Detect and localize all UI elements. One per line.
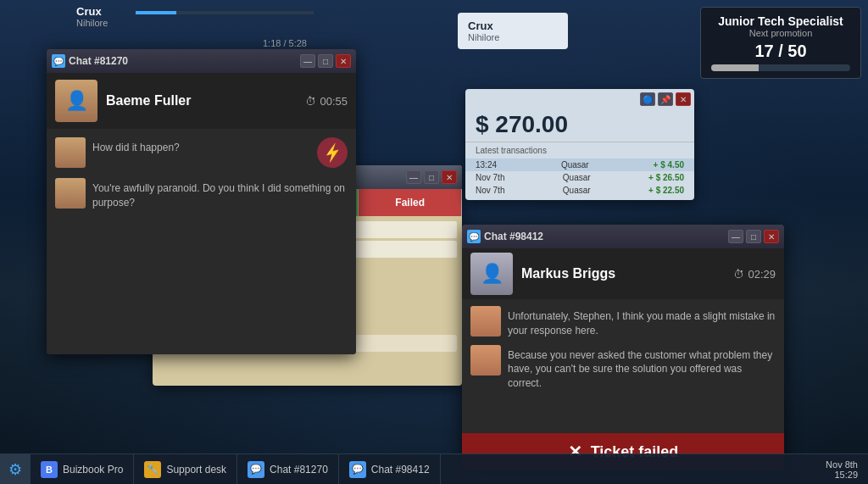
chat-98412-avatar: 👤 [470, 253, 513, 295]
chat-98412-msg-1-text: Unfortunately, Stephen, I think you made… [508, 306, 776, 338]
taskbar-clock: Nov 8th 15:29 [815, 456, 868, 483]
money-amount: $ 270.00 [465, 108, 694, 142]
chat-81270-timer: ⏱ 00:55 [305, 95, 348, 108]
chat-message-row-1: How did it happen? ⚡ [55, 137, 348, 168]
taskbar-buizbook-label: Buizbook Pro [63, 464, 123, 476]
money-row-2-amount: + $ 26.50 [648, 173, 684, 182]
tab-failed[interactable]: Failed [359, 189, 462, 216]
money-minimize-button[interactable]: 🔵 [640, 92, 655, 106]
score-progress-bar [711, 64, 850, 71]
chat-msg-avatar-2 [55, 178, 86, 209]
money-row-3-name: Quasar [563, 186, 591, 195]
money-row-3-time: Nov 7th [476, 186, 504, 195]
chat-81270-header: 👤 Baeme Fuller ⏱ 00:55 [47, 73, 356, 129]
taskbar-chat98412[interactable]: 💬 Chat #98412 [339, 454, 441, 485]
chat-98412-timer: ⏱ 02:29 [733, 268, 776, 281]
media-subtitle: Nihilore [76, 18, 305, 28]
score-number: 17 / 50 [711, 42, 850, 61]
chat-98412-msg-1-avatar [470, 306, 501, 337]
tab-failed-label: Failed [395, 197, 425, 209]
ticket-close[interactable]: ✕ [442, 170, 457, 184]
chat-81270-avatar: 👤 [55, 80, 97, 122]
chat-msg-avatar-1 [55, 137, 86, 168]
score-progress-fill [711, 64, 759, 71]
taskbar: ⚙ B Buizbook Pro 🔧 Support desk 💬 Chat #… [0, 453, 868, 484]
timer-icon-2: ⏱ [733, 268, 744, 281]
chat-81270-username: Baeme Fuller [106, 93, 297, 108]
ticket-controls: — □ ✕ [406, 170, 457, 184]
chat-98412-controls: — □ ✕ [728, 230, 779, 243]
chat-message-row-2: You're awfully paranoid. Do you think I … [55, 178, 348, 210]
chat-98412-msg-2-text: Because you never asked the customer wha… [508, 345, 776, 391]
chat-81270-maximize[interactable]: □ [318, 54, 333, 68]
chat-lightning-badge: ⚡ [314, 134, 351, 171]
money-widget-header: 🔵 📌 ✕ [465, 89, 694, 108]
media-progress-bar [136, 11, 314, 14]
chat-81270-avatar-face: 👤 [55, 80, 97, 122]
money-row-2-time: Nov 7th [476, 173, 504, 182]
chat-81270-controls: — □ ✕ [300, 54, 351, 68]
chat-98412-icon: 💬 [467, 230, 481, 243]
chat-98412-msg-2: Because you never asked the customer wha… [470, 345, 776, 391]
taskbar-chat81270[interactable]: 💬 Chat #81270 [237, 454, 339, 485]
money-row-3: Nov 7th Quasar + $ 22.50 [465, 184, 694, 197]
money-row-2-name: Quasar [563, 173, 591, 182]
song-info-widget: Crux Nihilore [458, 13, 568, 49]
taskbar-chat98412-label: Chat #98412 [371, 464, 430, 476]
song-title: Crux [468, 19, 558, 32]
chat-81270-window: 💬 Chat #81270 — □ ✕ 👤 Baeme Fuller ⏱ 00:… [47, 49, 356, 354]
ticket-maximize[interactable]: □ [424, 170, 439, 184]
chat-msg-text-2: You're awfully paranoid. Do you think I … [92, 178, 348, 210]
buizbook-icon: B [41, 461, 58, 478]
chat-98412-close[interactable]: ✕ [764, 230, 779, 243]
chat-98412-body: Unfortunately, Stephen, I think you made… [462, 299, 784, 433]
money-pin-button[interactable]: 📌 [658, 92, 673, 106]
taskbar-buizbook[interactable]: B Buizbook Pro [31, 454, 134, 485]
chat-81270-body: How did it happen? ⚡ You're awfully para… [47, 129, 356, 354]
support-icon: 🔧 [144, 461, 161, 478]
chat81270-taskbar-icon: 💬 [248, 461, 264, 478]
chat98412-taskbar-icon: 💬 [349, 461, 366, 478]
money-row-1: 13:24 Quasar + $ 4.50 [465, 159, 694, 171]
chat-98412-msg-2-avatar [470, 345, 501, 376]
chat-98412-minimize[interactable]: — [728, 230, 743, 243]
money-row-1-name: Quasar [561, 160, 589, 170]
taskbar-time: 15:29 [826, 470, 858, 480]
money-row-1-amount: + $ 4.50 [654, 160, 684, 170]
score-widget: Junior Tech Specialist Next promotion 17… [700, 7, 861, 79]
chat-98412-msg-1: Unfortunately, Stephen, I think you made… [470, 306, 776, 338]
score-subtitle: Next promotion [711, 28, 850, 38]
song-artist: Nihilore [468, 32, 558, 42]
chat-98412-window: 💬 Chat #98412 — □ ✕ 👤 Markus Briggs ⏱ 02… [462, 225, 784, 470]
chat-98412-username: Markus Briggs [521, 266, 725, 281]
money-row-3-amount: + $ 22.50 [648, 186, 684, 195]
chat-98412-avatar-face: 👤 [470, 253, 513, 295]
chat-98412-maximize[interactable]: □ [746, 230, 761, 243]
media-info: Crux Nihilore [68, 0, 314, 33]
chat-81270-timer-value: 00:55 [320, 95, 348, 108]
chat-81270-titlebar: 💬 Chat #81270 — □ ✕ [47, 49, 356, 73]
timer-icon: ⏱ [305, 95, 316, 108]
chat-98412-titlebar: 💬 Chat #98412 — □ ✕ [462, 225, 784, 248]
taskbar-start-button[interactable]: ⚙ [0, 454, 31, 485]
taskbar-support-label: Support desk [166, 464, 226, 476]
money-row-1-time: 13:24 [476, 160, 497, 170]
money-label: Latest transactions [465, 146, 694, 159]
money-row-2: Nov 7th Quasar + $ 26.50 [465, 171, 694, 184]
money-close-button[interactable]: ✕ [676, 92, 691, 106]
chat-98412-timer-value: 02:29 [748, 268, 776, 281]
chat-msg-text-1: How did it happen? [92, 137, 310, 155]
media-progress-fill [136, 11, 176, 14]
ticket-minimize[interactable]: — [406, 170, 421, 184]
chat-98412-title: Chat #98412 [484, 231, 725, 242]
score-title: Junior Tech Specialist [711, 14, 850, 28]
chat-81270-minimize[interactable]: — [300, 54, 315, 68]
taskbar-support[interactable]: 🔧 Support desk [134, 454, 237, 485]
taskbar-chat81270-label: Chat #81270 [270, 464, 328, 476]
chat-81270-close[interactable]: ✕ [336, 54, 351, 68]
money-widget: 🔵 📌 ✕ $ 270.00 Latest transactions 13:24… [465, 89, 694, 200]
taskbar-date: Nov 8th [826, 459, 858, 470]
chat-98412-header: 👤 Markus Briggs ⏱ 02:29 [462, 248, 784, 299]
chat-81270-icon: 💬 [52, 54, 65, 68]
media-time: 1:18 / 5:28 [68, 38, 314, 48]
